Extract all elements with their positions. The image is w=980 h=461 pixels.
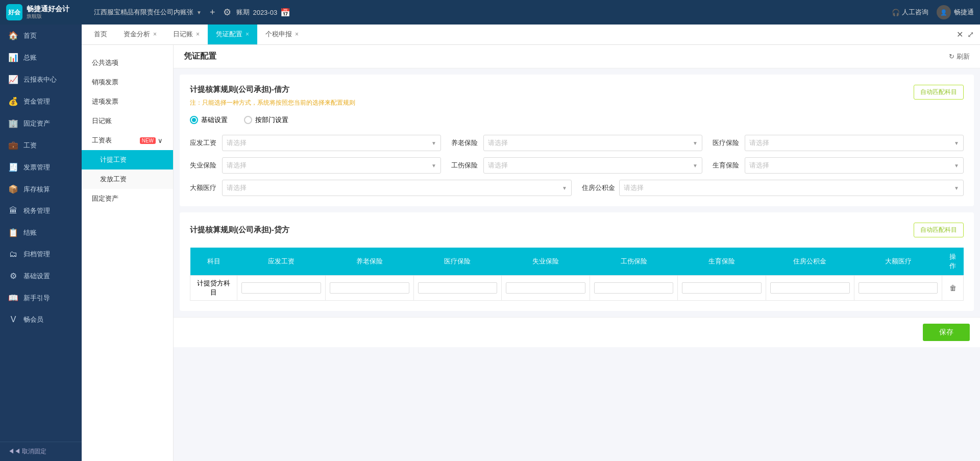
sidebar-item-guide[interactable]: 📖 新手引导 [0, 287, 82, 309]
topbar: 好会 畅捷通好会计 旗舰版 江西服宝精品有限责任公司内账张 ▼ + ⚙ 账期 2… [0, 0, 980, 25]
guide-icon: 📖 [8, 293, 18, 303]
sidebar-item-tax[interactable]: 🏛 税务管理 [0, 200, 82, 222]
period-value: 2023-03 [253, 9, 277, 16]
tab-journal[interactable]: 日记账 × [165, 25, 208, 44]
input-medical[interactable] [418, 282, 498, 294]
add-button[interactable]: + [210, 7, 215, 18]
tab-journal-close-icon[interactable]: × [196, 31, 200, 38]
headset-icon: 🎧 [892, 9, 900, 16]
radio-department[interactable]: 按部门设置 [244, 115, 288, 125]
app-version: 旗舰版 [27, 13, 69, 20]
refresh-button[interactable]: ↻ 刷新 [949, 52, 970, 61]
nav-payroll-table[interactable]: 工资表 NEW ∨ [82, 131, 173, 150]
tab-tax[interactable]: 个税申报 × [257, 25, 307, 44]
company-name: 江西服宝精品有限责任公司内账张 [94, 8, 193, 17]
sidebar-item-invoice[interactable]: 🧾 发票管理 [0, 156, 82, 178]
tab-tax-close-icon[interactable]: × [295, 31, 299, 38]
input-major-medical[interactable] [859, 282, 938, 294]
page-title: 凭证配置 [184, 51, 216, 62]
nav-journal[interactable]: 日记账 [82, 111, 173, 131]
sidebar-item-archive[interactable]: 🗂 归档管理 [0, 244, 82, 265]
th-pension: 养老保险 [325, 248, 413, 276]
tab-voucher-config[interactable]: 凭证配置 × [208, 25, 257, 44]
company-selector[interactable]: 江西服宝精品有限责任公司内账张 ▼ [94, 8, 202, 17]
salary-icon: 💼 [8, 140, 18, 150]
input-gross[interactable] [241, 282, 321, 294]
tab-funds[interactable]: 资金分析 × [115, 25, 165, 44]
sidebar-item-salary[interactable]: 💼 工资 [0, 134, 82, 156]
sidebar-item-inventory[interactable]: 📦 库存核算 [0, 178, 82, 200]
unpin-label: ◀◀ 取消固定 [8, 447, 46, 456]
sidebar-item-close[interactable]: 📋 结账 [0, 222, 82, 244]
table-header-row: 科目 应发工资 养老保险 医疗保险 失业保险 工伤保险 生育保险 住房公积金 大… [190, 248, 964, 276]
label-maternity: 生育保险 [713, 161, 741, 170]
placeholder-housing-fund: 请选择 [624, 183, 644, 192]
select-housing-fund[interactable]: 请选择 ▼ [619, 180, 964, 196]
sidebar-label-invoice: 发票管理 [23, 163, 50, 172]
sidebar-item-home[interactable]: 🏠 首页 [0, 25, 82, 46]
logo-icon: 好会 [6, 4, 22, 20]
unpin-sidebar[interactable]: ◀◀ 取消固定 [0, 442, 82, 461]
refresh-icon: ↻ [949, 53, 954, 60]
period-selector[interactable]: 账期 2023-03 📅 [236, 8, 290, 17]
chevron-medical-icon: ▼ [954, 140, 959, 146]
input-maternity[interactable] [682, 282, 762, 294]
nav-accrual-salary[interactable]: 计提工资 [82, 150, 173, 169]
th-major-medical: 大额医疗 [854, 248, 942, 276]
select-unemployment[interactable]: 请选择 ▼ [222, 157, 441, 174]
tab-home[interactable]: 首页 [86, 25, 115, 44]
nav-pay-salary[interactable]: 发放工资 [82, 169, 173, 189]
settings-button[interactable]: ⚙ [223, 7, 231, 18]
input-unemployment[interactable] [506, 282, 585, 294]
input-housing-fund[interactable] [770, 282, 850, 294]
left-nav: 公共选项 销项发票 进项发票 日记账 工资表 NEW ∨ 计提工资 发放工资 固… [82, 45, 174, 461]
select-medical[interactable]: 请选择 ▼ [745, 135, 964, 151]
nav-sales-invoice[interactable]: 销项发票 [82, 72, 173, 92]
credit-title: 计提核算规则(公司承担)-贷方 [190, 225, 289, 235]
nav-public-options[interactable]: 公共选项 [82, 53, 173, 72]
input-pension[interactable] [330, 282, 409, 294]
credit-auto-match-button[interactable]: 自动匹配科目 [914, 223, 964, 237]
select-major-medical[interactable]: 请选择 ▼ [222, 180, 572, 196]
label-unemployment: 失业保险 [190, 161, 218, 170]
radio-basic[interactable]: 基础设置 [190, 115, 228, 125]
topbar-actions: + ⚙ [210, 7, 232, 18]
nav-purchase-invoice[interactable]: 进项发票 [82, 92, 173, 111]
page-header: 凭证配置 ↻ 刷新 [174, 45, 980, 68]
user-menu[interactable]: 👤 畅捷通 [937, 5, 974, 19]
select-pension[interactable]: 请选择 ▼ [483, 135, 702, 151]
cell-action: 🗑 [942, 276, 964, 301]
sidebar-item-assets[interactable]: 🏢 固定资产 [0, 112, 82, 134]
placeholder-medical: 请选择 [749, 138, 769, 148]
expand-tab-button[interactable]: ⤢ [967, 30, 974, 39]
save-button[interactable]: 保存 [923, 324, 970, 341]
sidebar-label-ledger: 总账 [23, 53, 37, 62]
label-housing-fund: 住房公积金 [582, 183, 615, 192]
company-chevron-icon: ▼ [197, 10, 202, 15]
field-maternity: 生育保险 请选择 ▼ [713, 157, 964, 174]
select-gross-salary[interactable]: 请选择 ▼ [222, 135, 441, 151]
main-layout: 🏠 首页 📊 总账 📈 云报表中心 💰 资金管理 🏢 固定资产 💼 工资 🧾 发… [0, 25, 980, 461]
select-maternity[interactable]: 请选择 ▼ [745, 157, 964, 174]
sidebar-item-vip[interactable]: V 畅会员 [0, 309, 82, 330]
cell-medical [413, 276, 502, 301]
label-gross-salary: 应发工资 [190, 138, 218, 148]
sidebar-item-funds[interactable]: 💰 资金管理 [0, 90, 82, 112]
delete-row-icon[interactable]: 🗑 [949, 284, 957, 292]
placeholder-gross: 请选择 [227, 138, 247, 148]
debit-auto-match-button[interactable]: 自动匹配科目 [914, 85, 964, 100]
nav-fixed-assets[interactable]: 固定资产 [82, 189, 173, 208]
sidebar-label-reports: 云报表中心 [23, 75, 57, 84]
tab-voucher-close-icon[interactable]: × [246, 31, 249, 38]
select-work-injury[interactable]: 请选择 ▼ [483, 157, 702, 174]
close-tab-button[interactable]: ✕ [957, 30, 963, 39]
new-badge: NEW [140, 137, 156, 144]
funds-icon: 💰 [8, 96, 18, 106]
tab-funds-close-icon[interactable]: × [153, 31, 157, 38]
sidebar-item-settings[interactable]: ⚙ 基础设置 [0, 265, 82, 287]
sidebar-item-ledger[interactable]: 📊 总账 [0, 46, 82, 68]
sidebar-item-reports[interactable]: 📈 云报表中心 [0, 68, 82, 90]
setting-mode-radio: 基础设置 按部门设置 [190, 115, 964, 125]
input-work-injury[interactable] [594, 282, 674, 294]
support-link[interactable]: 🎧 人工咨询 [892, 8, 928, 17]
